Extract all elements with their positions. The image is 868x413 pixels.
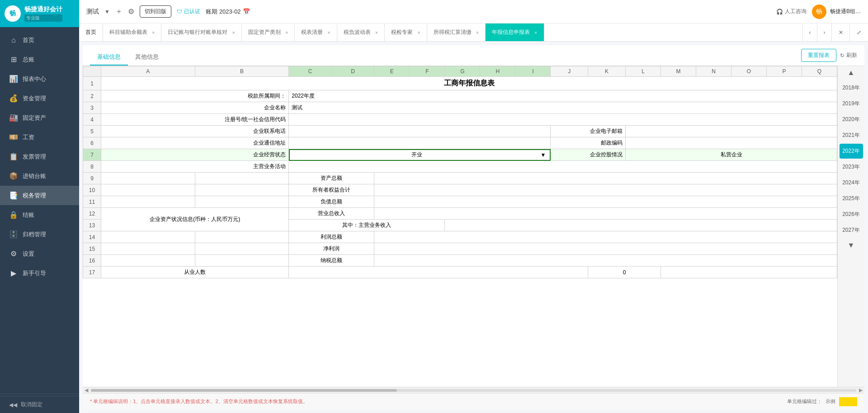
cell-7-l[interactable]: 私营企业 <box>626 149 837 161</box>
sidebar-item-ledger[interactable]: ⊞ 总账 <box>0 50 79 69</box>
col-G[interactable]: G <box>445 66 480 77</box>
tab-4[interactable]: 税表清册× <box>295 23 337 41</box>
sidebar-item-home[interactable]: ⌂ 首页 <box>0 31 79 50</box>
year-btn-2021年[interactable]: 2021年 <box>840 128 863 143</box>
tab-close-6[interactable]: × <box>417 30 420 35</box>
tab-0[interactable]: 首页 <box>79 23 103 41</box>
tab-fullscreen-button[interactable]: ⤢ <box>850 23 868 42</box>
col-I[interactable]: I <box>515 66 551 77</box>
cell-17-m[interactable] <box>661 267 837 278</box>
cell-17-c[interactable] <box>289 267 588 278</box>
topbar-user[interactable]: 畅 畅捷通B组… <box>812 5 861 19</box>
sidebar-item-archive[interactable]: 🗄️ 归档管理 <box>0 225 79 244</box>
scrollbar-track[interactable] <box>91 389 856 392</box>
tab-3[interactable]: 固定资产类别× <box>242 23 295 41</box>
sidebar-item-funds[interactable]: 💰 资金管理 <box>0 89 79 108</box>
topbar-service[interactable]: 🎧 人工咨询 <box>776 8 807 15</box>
sidebar-item-invoice[interactable]: 📋 发票管理 <box>0 147 79 166</box>
year-btn-2026年[interactable]: 2026年 <box>840 207 863 222</box>
tab-close-1[interactable]: × <box>152 30 155 35</box>
tab-7[interactable]: 所得税汇算清缴× <box>427 23 486 41</box>
sidebar-item-closing[interactable]: 🔒 结账 <box>0 205 79 225</box>
cell-15-e[interactable] <box>374 243 837 255</box>
sidebar-item-reports[interactable]: 📊 报表中心 <box>0 69 79 89</box>
sidebar-pin-button[interactable]: ◀◀ 取消固定 <box>0 396 79 413</box>
cell-5-l[interactable] <box>626 126 837 137</box>
cell-2-c[interactable]: 2022年度 <box>289 90 837 102</box>
sidebar-item-inventory[interactable]: 📦 进销台账 <box>0 166 79 186</box>
year-btn-2023年[interactable]: 2023年 <box>840 160 863 174</box>
col-F[interactable]: F <box>410 66 445 77</box>
year-scroll-up[interactable]: ▲ <box>845 66 858 80</box>
sidebar-item-payroll[interactable]: 💴 工资 <box>0 127 79 147</box>
sidebar-item-guide[interactable]: ▶ 新手引导 <box>0 263 79 283</box>
col-H[interactable]: H <box>480 66 515 77</box>
cell-14-e[interactable] <box>374 231 837 243</box>
cell-10-e[interactable] <box>374 184 837 196</box>
tab-next-button[interactable]: › <box>817 23 832 42</box>
col-N[interactable]: N <box>696 66 731 77</box>
year-scroll-down[interactable]: ▼ <box>845 239 858 252</box>
tab-close-all-button[interactable]: ✕ <box>832 23 850 42</box>
col-A[interactable]: A <box>101 66 195 77</box>
col-D[interactable]: D <box>331 66 374 77</box>
cell-6-c[interactable] <box>289 137 551 149</box>
calendar-icon[interactable]: 📅 <box>243 8 250 15</box>
year-btn-2024年[interactable]: 2024年 <box>840 175 863 190</box>
topbar-settings-button[interactable]: ⚙ <box>128 7 134 16</box>
cell-11-e[interactable] <box>374 196 837 208</box>
tab-close-7[interactable]: × <box>476 30 479 35</box>
year-btn-2020年[interactable]: 2020年 <box>840 112 863 127</box>
topbar-dropdown-icon[interactable]: ▼ <box>104 9 110 15</box>
tab-close-5[interactable]: × <box>375 30 378 35</box>
tab-close-4[interactable]: × <box>327 30 330 35</box>
sidebar-item-settings[interactable]: ⚙ 设置 <box>0 244 79 263</box>
year-btn-2025年[interactable]: 2025年 <box>840 191 863 206</box>
cell-13-g[interactable] <box>445 220 837 231</box>
col-M[interactable]: M <box>661 66 696 77</box>
year-btn-2019年[interactable]: 2019年 <box>840 96 863 111</box>
cell-6-l[interactable] <box>626 137 837 149</box>
cell-3-c[interactable]: 测试 <box>289 102 837 114</box>
tab-5[interactable]: 税负波动表× <box>337 23 385 41</box>
col-P[interactable]: P <box>766 66 802 77</box>
col-E[interactable]: E <box>374 66 410 77</box>
sub-tab-0[interactable]: 基础信息 <box>90 49 128 66</box>
sidebar-item-tax[interactable]: 📑 税务管理 <box>0 186 79 205</box>
dropdown-arrow-icon[interactable]: ▼ <box>540 152 546 158</box>
scrollbar-thumb[interactable] <box>91 389 397 392</box>
reset-report-button[interactable]: 重置报表 <box>801 49 836 62</box>
year-btn-2022年[interactable]: 2022年 <box>840 144 863 159</box>
tab-close-2[interactable]: × <box>232 30 235 35</box>
cell-7-c[interactable]: 开业 ▼ <box>289 149 551 161</box>
cell-12-e[interactable] <box>374 208 837 220</box>
cell-9-e[interactable] <box>374 173 837 184</box>
tab-close-3[interactable]: × <box>285 30 288 35</box>
cell-5-c[interactable] <box>289 126 551 137</box>
tab-prev-button[interactable]: ‹ <box>803 23 817 42</box>
sidebar-item-fixed_assets[interactable]: 🏭 固定资产 <box>0 108 79 127</box>
spreadsheet-main[interactable]: A B C D E F G H I J <box>83 66 837 387</box>
cell-17-k[interactable]: 0 <box>588 267 661 278</box>
col-K[interactable]: K <box>588 66 626 77</box>
horizontal-scrollbar[interactable]: ◀ ▶ <box>83 387 864 393</box>
col-Q[interactable]: Q <box>802 66 837 77</box>
tab-2[interactable]: 日记账与银行对账单核对× <box>161 23 241 41</box>
col-B[interactable]: B <box>195 66 289 77</box>
col-O[interactable]: O <box>731 66 766 77</box>
year-btn-2027年[interactable]: 2027年 <box>840 223 863 238</box>
year-btn-2018年[interactable]: 2018年 <box>840 80 863 95</box>
tab-1[interactable]: 科目辅助余额表× <box>103 23 161 41</box>
col-C[interactable]: C <box>289 66 332 77</box>
title-cell[interactable]: 工商年报信息表 <box>101 77 837 90</box>
sub-tab-1[interactable]: 其他信息 <box>128 49 166 66</box>
tab-6[interactable]: 税检专家× <box>385 23 427 41</box>
col-J[interactable]: J <box>551 66 588 77</box>
switch-version-button[interactable]: 切到旧版 <box>140 5 171 18</box>
col-L[interactable]: L <box>626 66 661 77</box>
cell-4-c[interactable] <box>289 114 837 126</box>
refresh-button[interactable]: ↻ 刷新 <box>840 49 857 62</box>
topbar-add-button[interactable]: ＋ <box>115 7 123 16</box>
tab-close-8[interactable]: × <box>534 30 537 35</box>
tab-8[interactable]: 年报信息申报表× <box>486 23 544 41</box>
